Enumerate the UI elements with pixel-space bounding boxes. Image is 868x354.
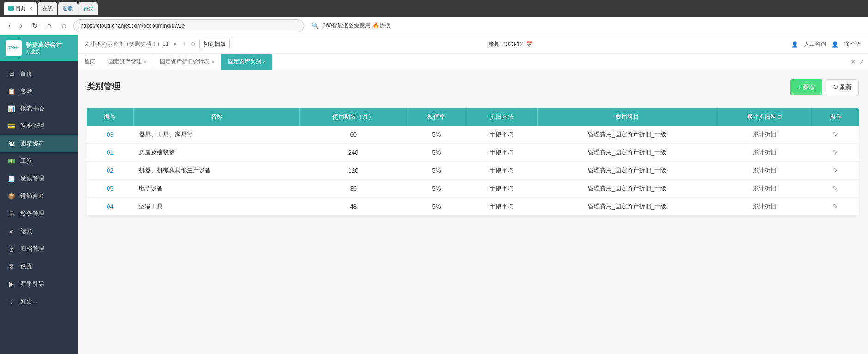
address-bar: ‹ › ↻ ⌂ ☆ 🔍 360智能抠图免费用 🔥热搜 bbox=[0, 17, 868, 35]
tab-fixed-category[interactable]: 固定资产类别 × bbox=[221, 54, 273, 70]
period-value: 2023-12 bbox=[503, 41, 523, 48]
edit-button[interactable]: ✎ bbox=[832, 149, 838, 156]
tab-fixed-mgmt-close[interactable]: × bbox=[144, 59, 146, 65]
tab-close-all-icon[interactable]: ✕ bbox=[850, 58, 856, 66]
browser-tab-active[interactable]: 目前 × bbox=[4, 2, 37, 15]
browser-tab[interactable]: 新版 bbox=[58, 2, 78, 15]
app-container: 好会计 畅捷通好会计 专业版 ⊞ 首页 📋 总账 📊 报表中心 💳 资金管 bbox=[0, 35, 868, 354]
cell-rate: 5% bbox=[407, 126, 466, 144]
sidebar-item-reports[interactable]: 📊 报表中心 bbox=[0, 100, 78, 117]
settings-icon: ⚙ bbox=[7, 262, 16, 270]
cell-method: 年限平均 bbox=[466, 180, 537, 198]
data-table: 编号 名称 使用期限（月） 残值率 折旧方法 费用科目 累计折旧科目 操作 03… bbox=[87, 108, 859, 216]
user-name: 刘小艳演示套套（勿删勿动！）11 bbox=[85, 40, 168, 48]
calendar-icon[interactable]: 📅 bbox=[526, 41, 533, 48]
service-label[interactable]: 人工咨询 bbox=[804, 40, 826, 48]
sidebar-item-label: 总账 bbox=[20, 87, 32, 95]
checkout-icon: ✔ bbox=[7, 227, 16, 235]
cell-expense: 管理费用_固定资产折旧_一级 bbox=[537, 162, 717, 180]
period-label: 账期 bbox=[489, 40, 500, 48]
col-header-action: 操作 bbox=[812, 108, 859, 126]
sidebar-item-guide[interactable]: ▶ 新手引导 bbox=[0, 275, 78, 293]
cell-accum: 累计折旧 bbox=[717, 180, 812, 198]
sidebar-item-label: 好会... bbox=[20, 297, 37, 306]
tab-home[interactable]: 首页 bbox=[78, 54, 102, 70]
top-bar-right: 👤 人工咨询 👤 徐泽华 bbox=[791, 40, 861, 48]
sidebar-item-fixed[interactable]: 🏗 固定资产 bbox=[0, 135, 78, 152]
archive-icon: 🗄 bbox=[7, 245, 16, 253]
sidebar-header: 好会计 畅捷通好会计 专业版 bbox=[0, 35, 78, 61]
add-icon[interactable]: ＋ bbox=[181, 40, 187, 48]
page-title: 类别管理 bbox=[87, 81, 120, 92]
table-row: 04 运输工具 48 5% 年限平均 管理费用_固定资产折旧_一级 累计折旧 ✎ bbox=[87, 198, 859, 216]
cell-expense: 管理费用_固定资产折旧_一级 bbox=[537, 144, 717, 162]
tab-fixed-category-close[interactable]: × bbox=[263, 59, 266, 65]
salary-icon: 💵 bbox=[7, 157, 16, 165]
home-icon: ⊞ bbox=[7, 69, 16, 78]
edit-button[interactable]: ✎ bbox=[832, 167, 838, 174]
tab-fixed-mgmt-label: 固定资产管理 bbox=[108, 58, 142, 66]
sidebar-item-label: 报表中心 bbox=[20, 104, 44, 113]
sidebar-item-invoice[interactable]: 🧾 发票管理 bbox=[0, 170, 78, 187]
back-button[interactable]: ‹ bbox=[6, 21, 13, 31]
col-header-rate: 残值率 bbox=[407, 108, 466, 126]
sidebar-item-ledger[interactable]: 📋 总账 bbox=[0, 82, 78, 100]
address-icons: 🔍 360智能抠图免费用 🔥热搜 bbox=[311, 22, 390, 30]
sidebar-item-tax[interactable]: 🏛 税务管理 bbox=[0, 205, 78, 222]
sidebar-item-label: 归档管理 bbox=[20, 245, 44, 253]
cell-code: 02 bbox=[87, 162, 133, 180]
sidebar-item-checkout[interactable]: ✔ 结账 bbox=[0, 222, 78, 240]
cell-edit[interactable]: ✎ bbox=[812, 198, 859, 216]
switch-version-btn[interactable]: 切到旧版 bbox=[199, 39, 230, 49]
col-header-code: 编号 bbox=[87, 108, 133, 126]
refresh-button[interactable]: ↻ 刷新 bbox=[826, 79, 859, 95]
sidebar-item-settings[interactable]: ⚙ 设置 bbox=[0, 258, 78, 275]
cell-name: 运输工具 bbox=[133, 198, 299, 216]
sidebar-item-inout[interactable]: 📦 进销台账 bbox=[0, 187, 78, 205]
cell-method: 年限平均 bbox=[466, 144, 537, 162]
cell-edit[interactable]: ✎ bbox=[812, 144, 859, 162]
browser-chrome: 目前 × 在线 新版 易代 bbox=[0, 0, 868, 17]
sidebar-item-label: 进销台账 bbox=[20, 192, 44, 200]
sidebar-item-label: 新手引导 bbox=[20, 280, 44, 288]
bookmark-button[interactable]: ☆ bbox=[58, 20, 70, 31]
edit-button[interactable]: ✎ bbox=[832, 185, 838, 192]
forward-button[interactable]: › bbox=[17, 21, 25, 31]
sidebar-item-salary[interactable]: 💵 工资 bbox=[0, 152, 78, 170]
page-content: 类别管理 + 新增 ↻ 刷新 编号 名称 使用期限（月） 残值率 折旧方法 费用… bbox=[78, 70, 868, 354]
edit-button[interactable]: ✎ bbox=[832, 203, 838, 210]
cell-edit[interactable]: ✎ bbox=[812, 162, 859, 180]
avatar-icon: 👤 bbox=[832, 41, 838, 48]
sidebar-app-subtitle: 专业版 bbox=[26, 48, 62, 55]
browser-tab-close[interactable]: × bbox=[30, 6, 32, 11]
reports-icon: 📊 bbox=[7, 104, 16, 113]
address-input[interactable] bbox=[73, 19, 304, 32]
tab-fixed-mgmt[interactable]: 固定资产管理 × bbox=[102, 54, 153, 70]
tax-icon: 🏛 bbox=[7, 210, 16, 218]
cell-rate: 5% bbox=[407, 162, 466, 180]
cell-period: 60 bbox=[300, 126, 407, 144]
reload-button[interactable]: ↻ bbox=[29, 20, 41, 31]
sidebar-item-more[interactable]: ↕ 好会... bbox=[0, 293, 78, 310]
sidebar-item-home[interactable]: ⊞ 首页 bbox=[0, 65, 78, 82]
table-body: 03 器具、工具、家具等 60 5% 年限平均 管理费用_固定资产折旧_一级 累… bbox=[87, 126, 859, 216]
sidebar-item-funds[interactable]: 💳 资金管理 bbox=[0, 117, 78, 135]
guide-icon: ▶ bbox=[7, 280, 16, 288]
add-button[interactable]: + 新增 bbox=[790, 79, 822, 95]
cell-expense: 管理费用_固定资产折旧_一级 bbox=[537, 180, 717, 198]
sidebar-logo: 好会计 bbox=[6, 40, 22, 56]
sidebar-item-label: 工资 bbox=[20, 157, 32, 165]
gear-icon[interactable]: ⚙ bbox=[191, 41, 196, 48]
tab-fixed-depr-close[interactable]: × bbox=[211, 59, 214, 65]
search-label: 360智能抠图免费用 🔥热搜 bbox=[323, 22, 390, 30]
cell-period: 48 bbox=[300, 198, 407, 216]
browser-tab[interactable]: 易代 bbox=[78, 2, 98, 15]
cell-edit[interactable]: ✎ bbox=[812, 180, 859, 198]
home-button[interactable]: ⌂ bbox=[44, 21, 54, 31]
cell-edit[interactable]: ✎ bbox=[812, 126, 859, 144]
browser-tab[interactable]: 在线 bbox=[38, 2, 57, 15]
edit-button[interactable]: ✎ bbox=[832, 131, 838, 138]
tab-expand-icon[interactable]: ⤢ bbox=[859, 58, 864, 66]
sidebar-item-archive[interactable]: 🗄 归档管理 bbox=[0, 240, 78, 258]
tab-fixed-depr[interactable]: 固定资产折旧统计表 × bbox=[153, 54, 221, 70]
